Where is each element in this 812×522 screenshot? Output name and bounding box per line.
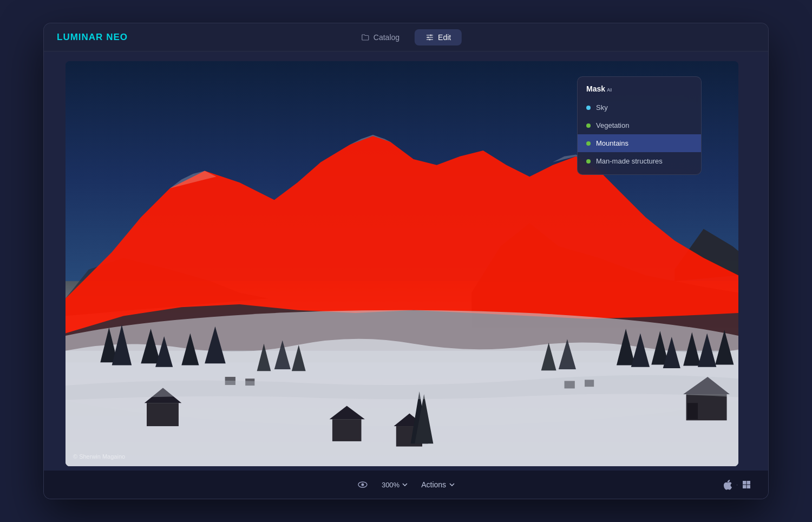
catalog-button[interactable]: Catalog bbox=[350, 29, 410, 45]
mask-item-manmade[interactable]: Man-made structures bbox=[578, 152, 701, 170]
windows-icon bbox=[742, 480, 751, 489]
folder-icon bbox=[361, 33, 370, 42]
svg-point-52 bbox=[361, 484, 364, 486]
svg-point-3 bbox=[430, 34, 432, 36]
svg-rect-54 bbox=[747, 481, 751, 485]
manmade-dot bbox=[586, 159, 591, 164]
svg-rect-55 bbox=[743, 485, 746, 489]
title-bar: LUMINAR NEO Catalog Edit bbox=[44, 23, 768, 51]
canvas-area: © Sherwin Magaino Mask AI Sky Vegetation bbox=[44, 51, 768, 499]
eye-icon bbox=[357, 479, 369, 491]
nav-buttons: Catalog Edit bbox=[350, 29, 462, 45]
photo-container: © Sherwin Magaino Mask AI Sky Vegetation bbox=[66, 61, 738, 466]
mask-item-sky[interactable]: Sky bbox=[578, 99, 701, 116]
svg-rect-41 bbox=[332, 419, 362, 441]
visibility-button[interactable] bbox=[357, 479, 369, 491]
svg-rect-56 bbox=[747, 485, 751, 489]
svg-rect-53 bbox=[743, 481, 746, 485]
svg-rect-39 bbox=[147, 403, 179, 426]
edit-button[interactable]: Edit bbox=[415, 29, 462, 45]
mask-item-vegetation[interactable]: Vegetation bbox=[578, 116, 701, 134]
mask-panel-title: Mask AI bbox=[578, 84, 701, 99]
bottom-right: · bbox=[723, 480, 751, 490]
svg-point-4 bbox=[428, 36, 429, 38]
os-icons: · bbox=[723, 480, 751, 490]
sky-dot bbox=[586, 106, 591, 110]
bottom-bar: 300% Actions bbox=[44, 471, 768, 499]
bottom-center: 300% Actions bbox=[357, 479, 455, 491]
svg-point-5 bbox=[429, 38, 431, 40]
copyright-text: © Sherwin Magaino bbox=[73, 453, 125, 460]
actions-button[interactable]: Actions bbox=[421, 480, 455, 489]
apple-icon bbox=[723, 480, 732, 490]
mountains-dot bbox=[586, 141, 591, 146]
sliders-icon bbox=[425, 33, 434, 42]
zoom-chevron-icon bbox=[402, 481, 408, 488]
mask-panel: Mask AI Sky Vegetation Mountains bbox=[577, 76, 702, 175]
svg-rect-38 bbox=[687, 403, 698, 419]
mask-item-mountains[interactable]: Mountains bbox=[578, 134, 701, 152]
app-window: LUMINAR NEO Catalog Edit bbox=[43, 23, 769, 499]
os-separator: · bbox=[736, 482, 738, 488]
vegetation-dot bbox=[586, 123, 591, 128]
zoom-control[interactable]: 300% bbox=[382, 481, 408, 489]
app-logo: LUMINAR NEO bbox=[57, 32, 128, 43]
actions-chevron-icon bbox=[449, 481, 455, 488]
